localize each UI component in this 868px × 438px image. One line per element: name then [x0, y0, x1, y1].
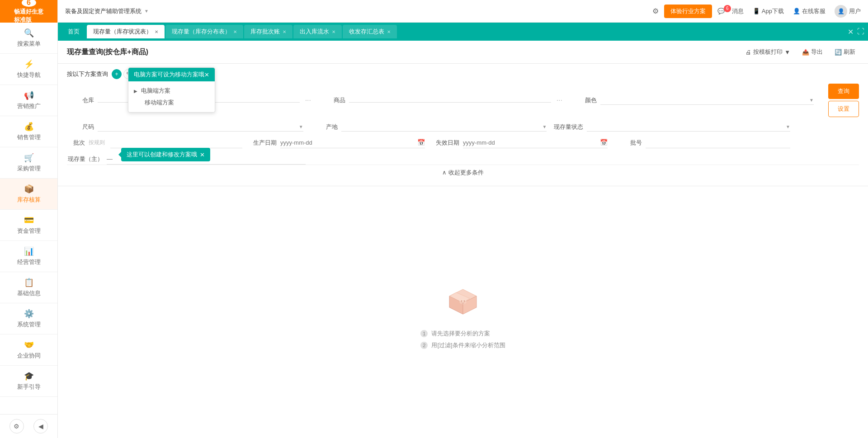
scheme-mobile-label: 移动端方案	[145, 99, 174, 107]
tab-collect-summary-label: 收发存汇总表	[349, 28, 384, 36]
top-header: 装备及固定资产辅助管理系统 ▼ ⚙ 体验行业方案 💬 6 消息 📱 App下载 …	[58, 0, 868, 23]
empty-illustration	[440, 273, 486, 319]
app-download-item[interactable]: 📱 App下载	[753, 7, 784, 15]
goods-dots-icon[interactable]: ···	[557, 96, 562, 104]
print-btn[interactable]: 🖨 按模板打印 ▼	[742, 46, 794, 58]
color-dropdown[interactable]: ▼	[600, 96, 814, 105]
scheme-item-mobile[interactable]: 移动端方案	[134, 97, 209, 108]
sidebar: 6 畅通好生意 标准版 🔍 搜索菜单 ⚡ 快捷导航 📢 营销推广 💰 销售管理 …	[0, 0, 58, 438]
warehouse-dots-icon[interactable]: ···	[305, 96, 311, 104]
tab-inventory-status[interactable]: 现存量（库存状况表） ✕	[87, 25, 165, 38]
search-action-btns: 查询 设置	[828, 84, 859, 117]
stock-status-arrow-icon: ▼	[786, 124, 790, 129]
tab-batch-account-close[interactable]: ✕	[283, 29, 286, 34]
filter-label: 按以下方案查询	[67, 70, 108, 78]
expire-date-start-cal-icon[interactable]: 📅	[600, 139, 608, 146]
tab-batch-account[interactable]: 库存批次账 ✕	[244, 25, 292, 38]
scheme-item-desktop[interactable]: ▶ 电脑端方案	[134, 85, 209, 97]
sidebar-item-system-label: 系统管理	[17, 320, 41, 329]
print-dropdown-arrow: ▼	[784, 49, 790, 56]
produce-date-start[interactable]	[280, 139, 417, 146]
sidebar-item-system[interactable]: ⚙️ 系统管理	[0, 303, 57, 334]
tip-text-2: 用[过滤]条件来缩小分析范围	[431, 339, 505, 351]
sidebar-footer: ⚙ ◀	[0, 414, 57, 438]
operation-icon: 📊	[24, 246, 34, 256]
sidebar-item-quicknav-label: 快捷导航	[17, 71, 41, 79]
sidebar-item-quicknav[interactable]: ⚡ 快捷导航	[0, 54, 57, 85]
message-item[interactable]: 💬 6 消息	[717, 7, 744, 15]
print-label: 按模板打印	[753, 48, 783, 56]
scheme-tooltip-close[interactable]: ✕	[200, 151, 205, 158]
settings-gear-icon[interactable]: ⚙	[652, 7, 659, 15]
origin-dropdown[interactable]: ▼	[341, 122, 547, 132]
content-area: 现存量查询(按仓库+商品) 🖨 按模板打印 ▼ 📤 导出 🔄 刷新	[58, 41, 868, 438]
system-dropdown-arrow[interactable]: ▼	[144, 9, 149, 14]
user-item[interactable]: 👤 用户	[835, 5, 861, 18]
tab-inout-flow-close[interactable]: ✕	[332, 29, 335, 34]
sidebar-item-purchase[interactable]: 🛒 采购管理	[0, 147, 57, 179]
header-right: 💬 6 消息 📱 App下载 👤 在线客服 👤 用户	[717, 5, 861, 18]
search-button[interactable]: 查询	[828, 84, 859, 99]
tab-inout-flow-label: 出入库流水	[300, 28, 329, 36]
search-icon: 🔍	[24, 28, 34, 38]
page-header: 现存量查询(按仓库+商品) 🖨 按模板打印 ▼ 📤 导出 🔄 刷新	[58, 41, 868, 64]
print-icon: 🖨	[745, 49, 751, 56]
close-all-tabs-btn[interactable]: ✕	[848, 28, 854, 36]
sidebar-item-sales[interactable]: 💰 销售管理	[0, 116, 57, 147]
collapse-sidebar-btn[interactable]: ◀	[33, 419, 48, 433]
size-label: 尺码	[67, 123, 94, 131]
export-btn[interactable]: 📤 导出	[798, 46, 826, 58]
marketing-icon: 📢	[24, 90, 34, 100]
tab-inventory-dist-close[interactable]: ✕	[233, 29, 237, 34]
tab-inventory-status-close[interactable]: ✕	[155, 29, 158, 34]
filter-field-batch: 批次 按规则	[67, 137, 242, 148]
filter-row-3: 批次 按规则 生产日期 📅 失效日期	[67, 137, 859, 148]
refresh-btn[interactable]: 🔄 刷新	[831, 46, 859, 58]
filter-field-color: 颜色 ▼	[570, 96, 814, 105]
goods-dropdown[interactable]	[349, 99, 551, 103]
sidebar-item-guide[interactable]: 🎓 新手引导	[0, 366, 57, 397]
size-dropdown[interactable]: ▼	[98, 122, 303, 132]
batch-no-input[interactable]	[646, 137, 790, 148]
settings-btn[interactable]: ⚙	[9, 419, 24, 433]
expire-date-start[interactable]	[463, 139, 600, 146]
sidebar-item-search[interactable]: 🔍 搜索菜单	[0, 23, 57, 54]
scheme-selector-content: ▶ 电脑端方案 移动端方案	[128, 81, 215, 112]
logo-icon: 6	[22, 0, 36, 7]
quicknav-icon: ⚡	[24, 59, 34, 69]
sidebar-item-enterprise[interactable]: 🤝 企业协同	[0, 334, 57, 366]
filter-field-origin: 产地 ▼	[311, 122, 547, 132]
scheme-desktop-label: 电脑端方案	[141, 87, 170, 95]
empty-state: 1 请先选择要分析的方案 2 用[过滤]条件来缩小分析范围	[58, 186, 868, 438]
tab-collect-summary-close[interactable]: ✕	[387, 29, 391, 34]
stock-status-dropdown[interactable]: ▼	[587, 122, 790, 132]
tip-num-2: 2	[420, 342, 428, 349]
tab-inout-flow[interactable]: 出入库流水 ✕	[293, 25, 342, 38]
sidebar-item-marketing[interactable]: 📢 营销推广	[0, 85, 57, 116]
tab-inventory-dist[interactable]: 现存量（库存分布表） ✕	[165, 25, 243, 38]
support-item[interactable]: 👤 在线客服	[793, 7, 826, 15]
tab-collect-summary[interactable]: 收发存汇总表 ✕	[343, 25, 397, 38]
page-title: 现存量查询(按仓库+商品)	[67, 47, 148, 57]
add-scheme-btn[interactable]: +	[112, 69, 122, 79]
sidebar-nav: 🔍 搜索菜单 ⚡ 快捷导航 📢 营销推广 💰 销售管理 🛒 采购管理 📦 库存核…	[0, 23, 57, 414]
tip-num-1: 1	[420, 330, 428, 337]
sidebar-item-sales-label: 销售管理	[17, 133, 41, 141]
avatar: 👤	[835, 5, 847, 18]
trial-button[interactable]: 体验行业方案	[664, 5, 712, 18]
collapse-bar[interactable]: ∧ 收起更多条件	[67, 165, 859, 180]
tab-home[interactable]: 首页	[61, 25, 86, 38]
sidebar-item-operation[interactable]: 📊 经营管理	[0, 241, 57, 272]
set-button[interactable]: 设置	[828, 101, 859, 117]
empty-tip-2: 2 用[过滤]条件来缩小分析范围	[420, 339, 505, 351]
sidebar-item-basic[interactable]: 📋 基础信息	[0, 272, 57, 303]
sidebar-item-inventory-label: 库存核算	[17, 196, 41, 204]
batch-input[interactable]	[110, 137, 242, 148]
sidebar-item-finance[interactable]: 💳 资金管理	[0, 210, 57, 241]
sidebar-item-marketing-label: 营销推广	[17, 102, 41, 110]
user-label: 用户	[849, 7, 861, 15]
scheme-selector-close[interactable]: ✕	[204, 71, 209, 78]
produce-date-start-cal-icon[interactable]: 📅	[417, 139, 425, 146]
fullscreen-btn[interactable]: ⛶	[857, 28, 864, 36]
sidebar-item-inventory[interactable]: 📦 库存核算	[0, 179, 57, 210]
